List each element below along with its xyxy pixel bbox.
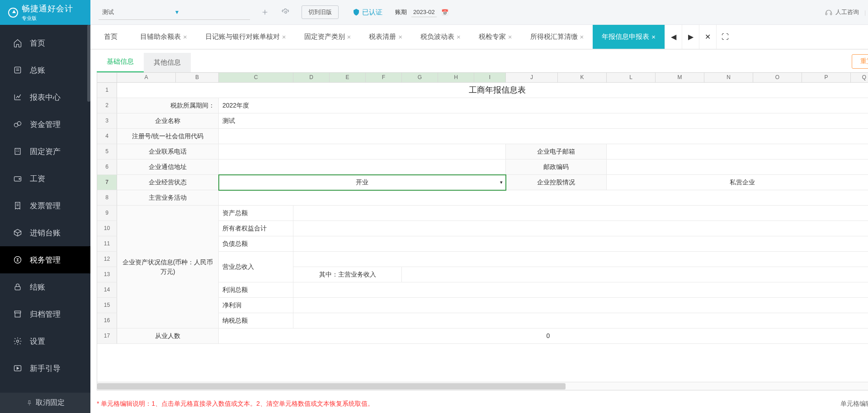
nav-guide[interactable]: 新手引导 xyxy=(0,355,90,382)
add-button[interactable] xyxy=(260,7,270,17)
close-icon[interactable]: × xyxy=(508,33,512,41)
home-icon xyxy=(13,38,23,48)
tab-journal[interactable]: 日记账与银行对账单核对× xyxy=(196,25,295,49)
tab-asset-cat[interactable]: 固定资产类别× xyxy=(295,25,360,49)
tab-next-button[interactable]: ▶ xyxy=(682,25,699,49)
brand-edition: 专业版 xyxy=(22,15,73,22)
svg-point-2 xyxy=(17,122,21,125)
sidebar-scrollbar[interactable] xyxy=(87,25,90,102)
tab-prev-button[interactable]: ◀ xyxy=(665,25,682,49)
nav-ledger[interactable]: 总账 xyxy=(0,56,90,84)
nav-tax[interactable]: 税务管理 xyxy=(0,246,90,273)
col-b[interactable]: B xyxy=(176,73,219,82)
col-l[interactable]: L xyxy=(607,73,656,82)
close-icon[interactable]: × xyxy=(457,33,461,41)
tab-tax-expert[interactable]: 税检专家× xyxy=(470,25,521,49)
col-p[interactable]: P xyxy=(802,73,851,82)
reset-report-button[interactable]: 重置报表 xyxy=(852,54,868,69)
invoice-icon xyxy=(13,201,23,211)
col-h[interactable]: H xyxy=(438,73,474,82)
ledger-icon xyxy=(13,65,23,75)
col-c[interactable]: C xyxy=(219,73,293,82)
col-e[interactable]: E xyxy=(330,73,366,82)
nav-reports[interactable]: 报表中心 xyxy=(0,84,90,111)
subtab-other[interactable]: 其他信息 xyxy=(144,53,191,72)
nav-settings[interactable]: 设置 xyxy=(0,328,90,355)
close-icon[interactable]: × xyxy=(347,33,351,41)
nav-closing[interactable]: 结账 xyxy=(0,273,90,300)
tab-tax-fluct[interactable]: 税负波动表× xyxy=(411,25,470,49)
box-icon xyxy=(13,228,23,238)
col-o[interactable]: O xyxy=(753,73,802,82)
nav-inventory[interactable]: 进销台账 xyxy=(0,219,90,246)
period-selector[interactable]: 账期 2023-02 📅 xyxy=(395,7,448,17)
tabbar: 首页 目辅助余额表× 日记账与银行对账单核对× 固定资产类别× 税表清册× 税负… xyxy=(90,25,868,50)
col-q[interactable]: Q xyxy=(851,73,868,82)
subtabs: 基础信息 其他信息 重置报表 ↻刷新 xyxy=(90,50,868,72)
svg-rect-3 xyxy=(15,148,20,154)
nav-invoice[interactable]: 发票管理 xyxy=(0,192,90,219)
col-g[interactable]: G xyxy=(402,73,438,82)
company-selector[interactable]: 测试▼ xyxy=(99,5,250,20)
horizontal-scrollbar[interactable] xyxy=(97,382,868,390)
chevron-down-icon: ▼ xyxy=(175,9,247,15)
close-icon[interactable]: × xyxy=(651,33,656,41)
close-icon[interactable]: × xyxy=(282,33,286,41)
nav-home[interactable]: 首页 xyxy=(0,29,90,56)
close-icon[interactable]: × xyxy=(580,33,584,41)
archive-icon xyxy=(13,309,23,319)
tab-close-all-button[interactable]: ✕ xyxy=(699,25,716,49)
play-icon xyxy=(13,363,23,373)
nav-funds[interactable]: 资金管理 xyxy=(0,111,90,138)
settings-button[interactable] xyxy=(281,7,291,17)
business-status-select[interactable]: 开业 xyxy=(219,175,506,190)
tab-annual-report[interactable]: 年报信息申报表× xyxy=(593,25,665,49)
brand-icon xyxy=(8,8,18,18)
nav-salary[interactable]: 工资 xyxy=(0,165,90,192)
sheet-title: 工商年报信息表 xyxy=(117,83,868,98)
unpin-button[interactable]: 取消固定 xyxy=(0,393,90,413)
brand-name: 畅捷通好会计 xyxy=(22,4,73,13)
spreadsheet[interactable]: A B C D E F G H I J K L M N O xyxy=(97,72,868,390)
col-f[interactable]: F xyxy=(366,73,402,82)
fullscreen-button[interactable]: ⛶ xyxy=(716,25,733,49)
col-d[interactable]: D xyxy=(293,73,330,82)
tab-home[interactable]: 首页 xyxy=(90,25,131,49)
svg-point-10 xyxy=(17,340,19,343)
brand-logo: 畅捷通好会计 专业版 xyxy=(0,0,90,25)
svg-point-5 xyxy=(19,178,20,180)
gear-icon xyxy=(13,336,23,346)
tab-income-tax[interactable]: 所得税汇算清缴× xyxy=(521,25,593,49)
calendar-icon: 📅 xyxy=(441,9,448,16)
nav-assets[interactable]: 固定资产 xyxy=(0,138,90,165)
subtab-basic[interactable]: 基础信息 xyxy=(97,52,144,72)
svg-rect-0 xyxy=(14,67,20,73)
col-n[interactable]: N xyxy=(704,73,753,82)
column-headers: A B C D E F G H I J K L M N O xyxy=(97,73,868,83)
col-j[interactable]: J xyxy=(506,73,558,82)
tab-tax-book[interactable]: 税表清册× xyxy=(360,25,411,49)
switch-old-button[interactable]: 切到旧版 xyxy=(302,5,339,19)
col-m[interactable]: M xyxy=(656,73,704,82)
consult-button[interactable]: 人工咨询 xyxy=(825,8,859,16)
period-value: 2023-02 xyxy=(411,7,437,17)
footer: * 单元格编辑说明：1、点击单元格直接录入数值或文本。2、清空单元格数值或文本恢… xyxy=(90,395,868,413)
tax-icon xyxy=(13,255,23,265)
period-label: 账期 xyxy=(395,8,407,16)
svg-rect-9 xyxy=(15,313,20,317)
close-icon[interactable]: × xyxy=(183,33,187,41)
money-icon xyxy=(13,119,23,129)
wallet-icon xyxy=(13,174,23,183)
close-icon[interactable]: × xyxy=(398,33,402,41)
building-icon xyxy=(13,146,23,156)
topbar: 测试▼ 切到旧版 已认证 账期 2023-02 📅 人工咨询 | 畅捷通B组..… xyxy=(90,0,868,25)
sidebar: 畅捷通好会计 专业版 首页 总账 报表中心 资金管理 固定资产 工资 发票管理 … xyxy=(0,0,90,413)
col-k[interactable]: K xyxy=(558,73,607,82)
select-all-corner[interactable] xyxy=(97,73,117,82)
col-i[interactable]: I xyxy=(474,73,506,82)
nav-archive[interactable]: 归档管理 xyxy=(0,300,90,328)
lock-icon xyxy=(13,282,23,292)
edit-hint: * 单元格编辑说明：1、点击单元格直接录入数值或文本。2、清空单元格数值或文本恢… xyxy=(97,400,374,408)
col-a[interactable]: A xyxy=(117,73,176,82)
tab-balance[interactable]: 目辅助余额表× xyxy=(131,25,196,49)
